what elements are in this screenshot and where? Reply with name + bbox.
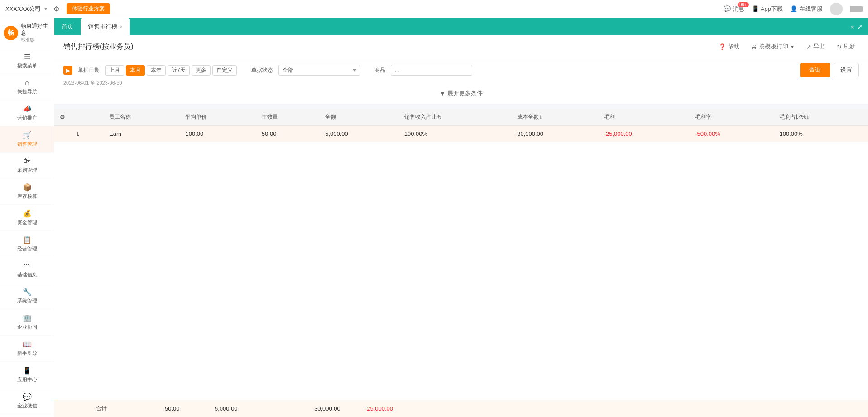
filter-toggle-btn[interactable]: ▶ bbox=[63, 66, 72, 75]
table-container: ⚙ 员工名称 平均单价 主数量 全额 销售收入占比% 成本全额ℹ 毛利 bbox=[54, 109, 868, 400]
cell-avg-price: 100.00 bbox=[180, 126, 256, 142]
top-bar: XXXXXX公司 ▼ ⚙ 体验行业方案 💬 消息 99+ 📱 App下载 👤 在… bbox=[0, 0, 868, 18]
sidebar-item-new-guide[interactable]: 📖 新手引导 bbox=[0, 336, 54, 362]
inventory-icon: 📦 bbox=[23, 183, 32, 192]
message-icon: 💬 bbox=[724, 5, 731, 12]
page-title: 销售排行榜(按业务员) bbox=[63, 42, 134, 52]
sidebar-item-enterprise-wechat[interactable]: 💬 企业微信 bbox=[0, 388, 54, 414]
date-range-display: 2023-06-01 至 2023-06-30 bbox=[63, 79, 859, 86]
sidebar-item-enterprise-collab[interactable]: 🏢 企业协同 bbox=[0, 309, 54, 336]
settings-icon[interactable]: ⚙ bbox=[53, 5, 59, 13]
sidebar-item-system[interactable]: 🔧 系统管理 bbox=[0, 283, 54, 309]
export-icon: ↗ bbox=[806, 43, 811, 50]
col-amount: 全额 bbox=[320, 109, 399, 126]
table-footer: 合计 50.00 5,000.00 30,000.00 -25,000.00 bbox=[54, 400, 868, 417]
sidebar-label-purchase: 采购管理 bbox=[17, 167, 37, 173]
logo-text-block: 畅康通好生意 标准版 bbox=[21, 23, 50, 43]
tab-home[interactable]: 首页 bbox=[54, 18, 81, 35]
expand-conditions-btn[interactable]: ▼ 展开更多条件 bbox=[63, 86, 859, 99]
sidebar-item-quick-nav[interactable]: ⌂ 快捷导航 bbox=[0, 74, 54, 100]
cell-gross-pct: 100.00% bbox=[774, 126, 868, 142]
help-icon: ❓ bbox=[719, 43, 726, 50]
help-label: 帮助 bbox=[728, 43, 739, 51]
date-btn-current-year[interactable]: 本年 bbox=[147, 65, 166, 76]
cell-rank: 1 bbox=[71, 126, 104, 142]
status-select[interactable]: 全部 bbox=[278, 65, 360, 76]
gross-pct-info-icon[interactable]: ℹ bbox=[807, 114, 809, 120]
sidebar-item-inventory[interactable]: 📦 库存核算 bbox=[0, 178, 54, 205]
content-area: 首页 销售排行榜 × × ⤢ 销售排行榜(按业务员) ❓ 帮助 bbox=[54, 18, 868, 417]
sidebar-label-new-guide: 新手引导 bbox=[17, 350, 37, 357]
sales-icon: 🛒 bbox=[23, 131, 32, 139]
tab-close-icon[interactable]: × bbox=[120, 24, 123, 29]
sidebar-item-purchase[interactable]: 🛍 采购管理 bbox=[0, 153, 54, 178]
status-select-wrapper: 全部 bbox=[278, 65, 360, 76]
cell-sales-pct: 100.00% bbox=[399, 126, 512, 142]
cell-gross-rate: -500.00% bbox=[690, 126, 774, 142]
sidebar-item-base-info[interactable]: 🗃 基础信息 bbox=[0, 257, 54, 283]
print-btn[interactable]: 🖨 按模板打印 ▼ bbox=[748, 41, 798, 53]
new-guide-icon: 📖 bbox=[23, 340, 32, 349]
header-row: ⚙ 员工名称 平均单价 主数量 全额 销售收入占比% 成本全额ℹ 毛利 bbox=[54, 109, 868, 126]
avatar2[interactable] bbox=[850, 6, 863, 12]
message-btn[interactable]: 💬 消息 99+ bbox=[724, 5, 744, 13]
footer-amount: 5,000.00 bbox=[209, 405, 245, 412]
help-btn[interactable]: ❓ 帮助 bbox=[715, 41, 743, 53]
page-header: 销售排行榜(按业务员) ❓ 帮助 🖨 按模板打印 ▼ ↗ 导出 bbox=[54, 35, 868, 58]
sidebar-item-sales[interactable]: 🛒 销售管理 bbox=[0, 126, 54, 153]
service-label: 在线客服 bbox=[799, 5, 823, 13]
window-close-icon[interactable]: × bbox=[850, 24, 854, 30]
sidebar-label-quick-nav: 快捷导航 bbox=[17, 88, 37, 95]
date-btn-current-month[interactable]: 本月 bbox=[126, 65, 145, 76]
cell-amount: 5,000.00 bbox=[320, 126, 399, 142]
refresh-icon: ↻ bbox=[837, 43, 842, 50]
cell-settings bbox=[54, 126, 71, 142]
sidebar-item-operations[interactable]: 📋 经营管理 bbox=[0, 231, 54, 257]
window-expand-icon[interactable]: ⤢ bbox=[858, 24, 863, 30]
trial-btn[interactable]: 体验行业方案 bbox=[67, 3, 110, 14]
sidebar-logo: 畅 畅康通好生意 标准版 bbox=[0, 18, 54, 48]
table-header: ⚙ 员工名称 平均单价 主数量 全额 销售收入占比% 成本全额ℹ 毛利 bbox=[54, 109, 868, 126]
date-btn-prev-month[interactable]: 上月 bbox=[105, 65, 124, 76]
footer-cost: 30,000.00 bbox=[309, 405, 346, 412]
app-download-btn[interactable]: 📱 App下载 bbox=[752, 5, 783, 13]
logo-tag: 标准版 bbox=[21, 37, 50, 43]
tab-sales-rank[interactable]: 销售排行榜 × bbox=[81, 18, 130, 35]
tab-sales-rank-label: 销售排行榜 bbox=[88, 23, 117, 31]
date-btn-custom[interactable]: 自定义 bbox=[212, 65, 237, 76]
online-service-btn[interactable]: 👤 在线客服 bbox=[790, 5, 823, 13]
tab-home-label: 首页 bbox=[62, 23, 73, 31]
col-name: 员工名称 bbox=[104, 109, 180, 126]
sidebar-label-sales: 销售管理 bbox=[17, 141, 37, 148]
col-settings-icon[interactable]: ⚙ bbox=[60, 114, 65, 120]
sidebar-item-search-orders[interactable]: ☰ 搜索菜单 bbox=[0, 48, 54, 74]
company-selector[interactable]: XXXXXX公司 ▼ bbox=[5, 5, 48, 13]
main-layout: 畅 畅康通好生意 标准版 ☰ 搜索菜单 ⌂ 快捷导航 📣 营销推广 🛒 销售管理… bbox=[0, 18, 868, 417]
footer-values: 50.00 5,000.00 30,000.00 -25,000.00 bbox=[132, 405, 863, 412]
base-info-icon: 🗃 bbox=[24, 262, 31, 270]
sidebar-item-member[interactable]: V 畅会员 bbox=[0, 414, 54, 417]
avatar[interactable] bbox=[830, 3, 843, 15]
date-range-text: 2023-06-01 至 2023-06-30 bbox=[63, 80, 122, 86]
status-filter-label: 单据状态 bbox=[251, 67, 273, 74]
operations-icon: 📋 bbox=[23, 235, 32, 244]
print-dropdown-icon: ▼ bbox=[790, 44, 795, 49]
logo-icon: 畅 bbox=[4, 26, 18, 40]
query-btn[interactable]: 查询 bbox=[800, 63, 830, 77]
date-btn-last7days[interactable]: 近7天 bbox=[168, 65, 190, 76]
date-btn-more[interactable]: 更多 bbox=[192, 65, 211, 76]
settings-btn[interactable]: 设置 bbox=[834, 63, 859, 77]
export-btn[interactable]: ↗ 导出 bbox=[803, 41, 829, 53]
app-label: App下载 bbox=[761, 5, 783, 13]
sidebar-item-finance[interactable]: 💰 资金管理 bbox=[0, 205, 54, 231]
date-filter-label: 单据日期 bbox=[78, 67, 100, 74]
sidebar-item-marketing[interactable]: 📣 营销推广 bbox=[0, 100, 54, 126]
print-icon: 🖨 bbox=[751, 43, 757, 50]
refresh-btn[interactable]: ↻ 刷新 bbox=[833, 41, 859, 53]
goods-input[interactable] bbox=[391, 65, 472, 76]
page-header-actions: ❓ 帮助 🖨 按模板打印 ▼ ↗ 导出 ↻ 刷新 bbox=[715, 41, 859, 53]
col-cost: 成本全额ℹ bbox=[512, 109, 598, 126]
sidebar-item-app-center[interactable]: 📱 应用中心 bbox=[0, 362, 54, 388]
cost-info-icon[interactable]: ℹ bbox=[540, 114, 542, 120]
app-icon: 📱 bbox=[752, 5, 759, 12]
